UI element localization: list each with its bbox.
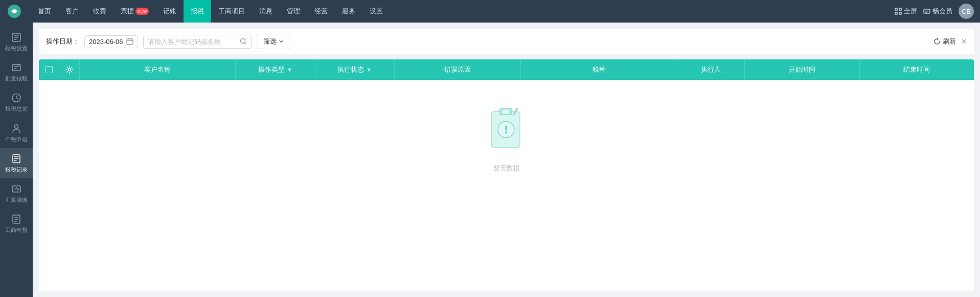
th-client: 客户名称 (80, 59, 236, 80)
sidebar-label-batch-tax: 批量报税 (5, 75, 28, 82)
toolbar: 操作日期： 2023-06-06 (39, 29, 974, 54)
nav-item-operation[interactable]: 经营 (307, 0, 335, 23)
sidebar-item-annual-report[interactable]: 工商年报 (0, 208, 33, 239)
svg-point-11 (15, 124, 18, 128)
date-label: 操作日期： (46, 37, 79, 46)
empty-state: 暂无数据 (481, 100, 532, 173)
main-layout: 报税设置批量报税报税总览个税申报报税记录汇算清缴工商年报 操作日期： 2023-… (0, 23, 980, 297)
th-starttime: 开始时间 (745, 59, 860, 80)
svg-rect-24 (505, 125, 507, 131)
svg-point-19 (68, 69, 71, 71)
nav-item-home[interactable]: 首页 (31, 0, 58, 23)
status-filter-icon[interactable]: ▼ (366, 67, 372, 73)
nav-item-settings[interactable]: 设置 (362, 0, 390, 23)
filter-button[interactable]: 筛选 (257, 34, 290, 49)
th-error: 错误原因 (395, 59, 521, 80)
sidebar-label-personal-tax: 个税申报 (5, 136, 28, 143)
th-status: 执行状态 ▼ (315, 59, 395, 80)
select-all-checkbox[interactable] (45, 66, 53, 73)
nav-items: 首页客户收费票据new记账报税工商项目消息管理经营服务设置 (31, 0, 895, 23)
svg-rect-2 (895, 8, 897, 10)
avatar[interactable]: CE (959, 4, 974, 19)
sidebar-item-tax-summary[interactable]: 报税总览 (0, 87, 33, 117)
calendar-icon (126, 38, 133, 45)
svg-rect-4 (895, 12, 897, 14)
sidebar-label-annual-report: 工商年报 (5, 227, 28, 234)
filter-label: 筛选 (263, 37, 277, 46)
sidebar-item-tax-records[interactable]: 报税记录 (0, 148, 33, 178)
member-btn[interactable]: 畅会员 (923, 7, 952, 16)
gear-icon (65, 66, 74, 74)
close-button[interactable]: × (961, 37, 967, 46)
th-endtime: 结束时间 (860, 59, 974, 80)
search-box (143, 35, 252, 49)
empty-text: 暂无数据 (493, 164, 520, 173)
empty-illustration (481, 100, 532, 157)
nav-item-client[interactable]: 客户 (58, 0, 86, 23)
nav-item-bizproject[interactable]: 工商项目 (211, 0, 252, 23)
svg-point-25 (505, 132, 507, 134)
sidebar-label-settlement: 汇算清缴 (5, 197, 28, 203)
svg-point-1 (13, 10, 16, 13)
svg-point-9 (17, 63, 20, 67)
table-container: 客户名称 操作类型 ▼ 执行状态 ▼ 错误原因 税种 执行人 (39, 59, 974, 291)
member-label: 畅会员 (932, 7, 952, 16)
th-taxtype: 税种 (521, 59, 677, 80)
svg-rect-16 (128, 38, 129, 40)
fullscreen-btn[interactable]: 全屏 (895, 7, 917, 16)
svg-rect-5 (899, 12, 901, 14)
top-nav: 首页客户收费票据new记账报税工商项目消息管理经营服务设置 全屏 畅会员 CE (0, 0, 980, 23)
nav-badge-invoice: new (135, 8, 149, 15)
sidebar-item-batch-tax[interactable]: 批量报税 (0, 57, 33, 87)
top-nav-right: 全屏 畅会员 CE (895, 4, 974, 19)
content-area: 操作日期： 2023-06-06 (33, 23, 980, 297)
th-executor: 执行人 (677, 59, 745, 80)
refresh-icon (933, 38, 941, 45)
search-input[interactable] (144, 35, 236, 48)
logo[interactable] (6, 3, 22, 19)
sidebar: 报税设置批量报税报税总览个税申报报税记录汇算清缴工商年报 (0, 23, 33, 297)
sidebar-label-tax-summary: 报税总览 (5, 105, 28, 112)
svg-rect-3 (899, 8, 901, 10)
nav-item-message[interactable]: 消息 (252, 0, 280, 23)
search-icon (240, 38, 247, 45)
svg-rect-15 (127, 39, 133, 45)
nav-item-service[interactable]: 服务 (335, 0, 362, 23)
nav-item-invoice[interactable]: 票据new (113, 0, 156, 23)
fullscreen-label: 全屏 (904, 7, 917, 16)
nav-item-tax[interactable]: 报税 (184, 0, 211, 23)
nav-item-account[interactable]: 记账 (156, 0, 184, 23)
th-gear[interactable] (59, 59, 80, 80)
date-value: 2023-06-06 (89, 38, 123, 46)
chevron-down-icon (279, 39, 284, 44)
th-checkbox (39, 59, 59, 80)
date-picker[interactable]: 2023-06-06 (84, 35, 138, 48)
sidebar-item-settlement[interactable]: 汇算清缴 (0, 178, 33, 208)
optype-filter-icon[interactable]: ▼ (287, 67, 292, 73)
table-body: 暂无数据 (39, 80, 974, 291)
th-optype: 操作类型 ▼ (236, 59, 315, 80)
table-header: 客户名称 操作类型 ▼ 执行状态 ▼ 错误原因 税种 执行人 (39, 59, 974, 80)
sidebar-item-personal-tax[interactable]: 个税申报 (0, 118, 33, 148)
refresh-label: 刷新 (943, 37, 956, 46)
svg-rect-17 (130, 38, 131, 40)
nav-item-charge[interactable]: 收费 (86, 0, 113, 23)
nav-item-manage[interactable]: 管理 (280, 0, 307, 23)
svg-rect-22 (503, 110, 509, 114)
sidebar-label-tax-settings: 报税设置 (5, 45, 28, 52)
search-button[interactable] (236, 38, 251, 45)
sidebar-label-tax-records: 报税记录 (5, 166, 28, 173)
sidebar-item-tax-settings[interactable]: 报税设置 (0, 27, 33, 57)
refresh-button[interactable]: 刷新 (933, 37, 956, 46)
